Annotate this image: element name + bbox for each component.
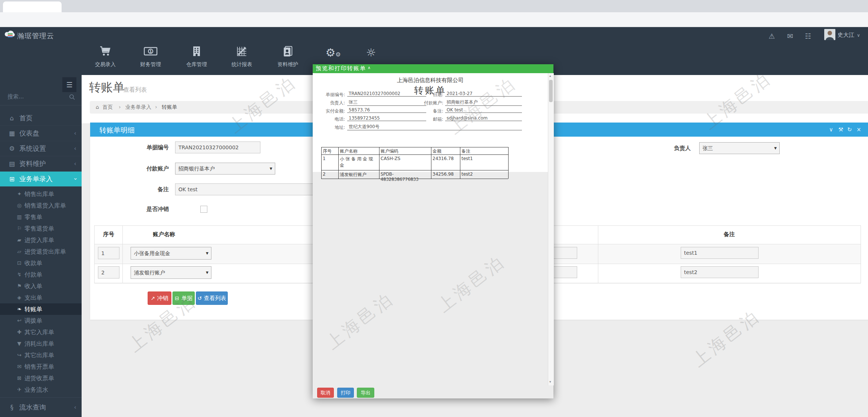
- leaf-icon: ❧: [16, 303, 23, 315]
- row-note-input[interactable]: [681, 247, 759, 259]
- module-help[interactable]: ☼: [349, 45, 393, 61]
- sidebar-item-label: 收入单: [24, 280, 42, 292]
- modal-header[interactable]: 预览和打印转账单 ∧: [313, 64, 553, 73]
- sidebar-item-expense[interactable]: ◈支出单: [0, 292, 82, 303]
- user-name[interactable]: 史大江: [838, 32, 854, 39]
- note-input[interactable]: [175, 183, 313, 195]
- module-data-maintenance[interactable]: 资料维护: [266, 45, 310, 68]
- pay-account-select[interactable]: 招商银行基本户 ▼: [175, 163, 275, 175]
- doc-table-border: [508, 147, 509, 179]
- module-trade-entry[interactable]: 交易录入: [83, 45, 128, 68]
- sidebar-item-sale-invoice[interactable]: ✉销售开票单: [0, 361, 82, 372]
- panel-collapse-icon[interactable]: ∨: [829, 126, 833, 133]
- reverse-button[interactable]: ↗冲销: [148, 291, 171, 305]
- reverse-checkbox[interactable]: [200, 206, 207, 213]
- sidebar-item-data-maintenance[interactable]: ▤ 资料维护 ‹: [0, 156, 82, 172]
- message-icon[interactable]: ✉: [787, 32, 793, 40]
- sidebar-item-other-in[interactable]: ✚其它入库单: [0, 326, 82, 338]
- scroll-up-icon[interactable]: ▴: [549, 74, 551, 78]
- doc-button[interactable]: ⊟单据: [172, 291, 195, 305]
- doc-no-input[interactable]: [175, 141, 260, 153]
- panel-close-icon[interactable]: ×: [857, 126, 861, 133]
- sidebar-item-label: 付款单: [24, 269, 42, 280]
- caret-down-icon: ▼: [774, 143, 777, 154]
- doc-col-header: 金额: [431, 147, 460, 155]
- home-icon: ⌂: [7, 111, 16, 126]
- doc-table-border: [321, 170, 508, 170]
- chevron-left-icon: ‹: [74, 126, 76, 141]
- print-button[interactable]: 打印: [337, 388, 354, 398]
- sidebar-item-home[interactable]: ⌂ 首页: [0, 111, 82, 126]
- funnel-icon: ▼: [16, 338, 23, 349]
- button-label: 单据: [181, 295, 193, 302]
- account-select[interactable]: 小张备用金现金 ▼: [131, 247, 211, 260]
- document-preview: 上海邑泊信息科技有限公司 转账单 单据编号: TRAN2021032700000…: [313, 73, 548, 172]
- caret-down-icon: ▼: [206, 267, 208, 278]
- sidebar-item-settings[interactable]: ⚙ 系统设置 ‹: [0, 141, 82, 156]
- module-finance[interactable]: 1 财务管理: [128, 45, 173, 68]
- table-border: [598, 225, 598, 283]
- browser-tab[interactable]: [3, 1, 62, 12]
- doc-no-label: 单据编号: [90, 144, 169, 151]
- sidebar-item-consume-out[interactable]: ▼消耗出库单: [0, 338, 82, 349]
- sidebar-item-purchase-in[interactable]: ▰进货入库单: [0, 234, 82, 246]
- module-reports[interactable]: 统计报表: [220, 45, 264, 68]
- manager-select[interactable]: 张三 ▼: [699, 142, 780, 154]
- doc-col-header: 账户名称: [338, 147, 379, 155]
- search-icon[interactable]: [69, 94, 75, 101]
- sidebar-item-retail[interactable]: ▥零售单: [0, 211, 82, 223]
- scroll-down-icon[interactable]: ▾: [549, 380, 551, 384]
- export-button[interactable]: 导出: [357, 388, 374, 398]
- page-title: 转账单: [89, 79, 125, 96]
- sidebar-item-flow-query[interactable]: § 流水查询 ‹: [0, 400, 82, 415]
- view-list-button[interactable]: ↺查看列表: [196, 291, 228, 305]
- sidebar-item-transfer[interactable]: ❧转账单: [0, 303, 82, 315]
- panel-wrench-icon[interactable]: ⚒: [838, 126, 843, 133]
- user-avatar[interactable]: [824, 29, 835, 40]
- seq-input[interactable]: [98, 266, 119, 278]
- external-link-icon: ↗: [151, 295, 155, 301]
- sidebar-search-input[interactable]: [7, 93, 68, 100]
- breadcrumb-home[interactable]: 首页: [102, 104, 113, 111]
- doc-cell: 1: [321, 155, 338, 162]
- sidebar-toggle-button[interactable]: ☰: [62, 77, 76, 92]
- sidebar-item-label: 销售出库单: [24, 188, 54, 200]
- sidebar-item-receipt[interactable]: ⊡收款单: [0, 257, 82, 269]
- breadcrumb-biz-entry[interactable]: 业务单录入: [125, 104, 151, 111]
- sidebar-menu: ⌂ 首页 ▦ 仪表盘 ‹ ⚙ 系统设置 ‹ ▤ 资料维护 ‹ ⊞ 业务单录入 ‹: [0, 111, 82, 187]
- sidebar-item-other-out[interactable]: ↪其它出库单: [0, 349, 82, 361]
- sidebar-item-purchase-return-out[interactable]: ▱进货退货出库单: [0, 246, 82, 257]
- sidebar-item-payment[interactable]: ↯付款单: [0, 269, 82, 280]
- sidebar-item-dashboard[interactable]: ▦ 仪表盘 ‹: [0, 126, 82, 141]
- cancel-button[interactable]: 取消: [317, 388, 334, 398]
- money-icon: ⊡: [16, 257, 23, 269]
- collapse-caret-icon[interactable]: ∧: [368, 65, 371, 70]
- sidebar-item-income[interactable]: ⚑收入单: [0, 280, 82, 292]
- doc-field-label: 付款账户:: [417, 100, 443, 106]
- sidebar-item-label: 零售退货单: [24, 223, 54, 234]
- sidebar-item-biz-flow[interactable]: ✈业务流水: [0, 384, 82, 395]
- doc-field-label: 邮箱:: [417, 116, 443, 123]
- sidebar-item-label: 收款单: [24, 257, 42, 269]
- flag-icon: ⚑: [16, 280, 23, 292]
- sidebar-item-biz-entry[interactable]: ⊞ 业务单录入 ‹: [0, 172, 82, 187]
- panel-refresh-icon[interactable]: ↻: [847, 126, 852, 133]
- row-note-input[interactable]: [681, 266, 759, 278]
- sidebar-item-sale-out[interactable]: ✦销售出库单: [0, 188, 82, 200]
- module-warehouse[interactable]: 仓库管理: [174, 45, 219, 68]
- alert-icon[interactable]: ⚠: [769, 32, 775, 40]
- account-select[interactable]: 浦发银行账户 ▼: [131, 266, 211, 279]
- doc-cell: test1: [460, 155, 508, 162]
- sidebar-item-retail-return[interactable]: ⚐零售退货单: [0, 223, 82, 234]
- modal-scrollbar[interactable]: ▴ ▾: [548, 73, 554, 385]
- view-list-link[interactable]: 查看列表: [123, 86, 147, 94]
- seq-input[interactable]: [98, 247, 119, 259]
- sidebar-item-purchase-invoice[interactable]: ⊠进货收票单: [0, 372, 82, 384]
- user-menu-caret-icon[interactable]: ∨: [857, 33, 860, 38]
- sidebar-item-allocation[interactable]: ↩调拨单: [0, 315, 82, 326]
- app-logo-text[interactable]: 瀚琚管理云: [17, 31, 54, 41]
- tasks-icon[interactable]: ☷: [805, 32, 811, 40]
- scrollbar-thumb[interactable]: [549, 80, 553, 102]
- sidebar-item-sale-return-in[interactable]: ◎销售退货入库单: [0, 200, 82, 211]
- button-label: 冲销: [157, 295, 168, 302]
